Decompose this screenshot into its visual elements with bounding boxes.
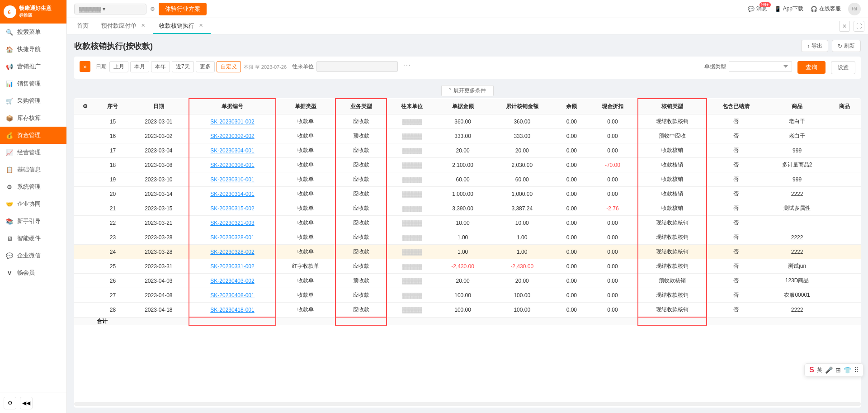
cell-voucher-no[interactable]: SK-20230403-002	[189, 274, 276, 288]
cell-voucher-type: 收款单	[276, 245, 335, 259]
voucher-link[interactable]: SK-20230304-001	[210, 147, 254, 154]
cell-voucher-no[interactable]: SK-20230310-001	[189, 172, 276, 187]
filter-date-7days[interactable]: 近7天	[172, 61, 194, 72]
svg-text:6: 6	[8, 9, 11, 15]
sidebar-item-label: 企业协同	[17, 200, 41, 208]
table-wrap[interactable]: ⚙ 序号 日期 单据编号 单据类型 业务类型 往来单位 单据金额 累计核销金额 …	[74, 98, 861, 400]
cell-discount: 0.00	[588, 114, 638, 129]
filter-date-this-year[interactable]: 本年	[151, 61, 170, 72]
sidebar-settings-btn[interactable]: ⚙	[4, 397, 16, 409]
cell-voucher-no[interactable]: SK-20230301-002	[189, 114, 276, 129]
tab-prepay[interactable]: 预付款应付单 ✕	[95, 18, 153, 34]
voucher-link[interactable]: SK-20230315-002	[210, 205, 254, 212]
sidebar-item-guide[interactable]: 📚 新手引导	[0, 213, 66, 230]
voucher-link[interactable]: SK-20230308-001	[210, 162, 254, 168]
sidebar-item-wechat[interactable]: 💬 企业微信	[0, 247, 66, 264]
cell-discount: 0.00	[588, 216, 638, 230]
sidebar-item-label: 销售管理	[17, 80, 41, 88]
filter-toggle-btn[interactable]: »	[80, 61, 90, 72]
sidebar-logo: 6 畅康通好生意 标推版	[0, 0, 66, 24]
voucher-link[interactable]: SK-20230314-001	[210, 191, 254, 197]
cell-voucher-no[interactable]: SK-20230328-001	[189, 230, 276, 245]
sidebar-item-system[interactable]: ⚙ 系统管理	[0, 178, 66, 195]
cell-no: 23	[97, 230, 129, 245]
cell-voucher-no[interactable]: SK-20230308-001	[189, 158, 276, 172]
cell-voucher-no[interactable]: SK-20230302-002	[189, 129, 276, 143]
cell-goods: 2222	[765, 303, 829, 318]
tab-home[interactable]: 首页	[71, 18, 95, 34]
voucher-link[interactable]: SK-20230328-002	[210, 249, 254, 255]
topbar-settings-icon[interactable]: ⚙	[150, 6, 155, 12]
voucher-link[interactable]: SK-20230418-001	[210, 307, 254, 313]
tab-fullscreen-btn[interactable]: ⛶	[854, 21, 864, 32]
voucher-link[interactable]: SK-20230310-001	[210, 176, 254, 183]
cell-goods: 老白干	[765, 114, 829, 129]
table-scroll-bar[interactable]	[74, 402, 861, 406]
sidebar-item-member[interactable]: V 畅会员	[0, 264, 66, 281]
voucher-link[interactable]: SK-20230321-003	[210, 220, 254, 226]
refresh-button[interactable]: ↻ 刷新	[832, 40, 861, 52]
export-button[interactable]: ↑ 导出	[801, 40, 828, 52]
cell-voucher-no[interactable]: SK-20230418-001	[189, 303, 276, 318]
tab-prepay-close[interactable]: ✕	[139, 22, 146, 29]
voucher-link[interactable]: SK-20230302-002	[210, 133, 254, 139]
sidebar-item-operation[interactable]: 📈 经营管理	[0, 144, 66, 161]
message-button[interactable]: 💬 消息 99+	[748, 5, 767, 13]
purchase-icon: 🛒	[5, 97, 14, 105]
sidebar-item-inventory[interactable]: 📦 库存核算	[0, 109, 66, 127]
cell-voucher-no[interactable]: SK-20230408-001	[189, 288, 276, 303]
voucher-link[interactable]: SK-20230328-001	[210, 234, 254, 241]
cell-voucher-no[interactable]: SK-20230321-003	[189, 216, 276, 230]
avatar[interactable]: Rit	[848, 3, 861, 15]
filter-date-custom[interactable]: 自定义	[217, 61, 241, 72]
sidebar-item-search[interactable]: 🔍 搜索菜单	[0, 24, 66, 41]
data-table: ⚙ 序号 日期 单据编号 单据类型 业务类型 往来单位 单据金额 累计核销金额 …	[74, 98, 861, 326]
s-icon: S	[809, 366, 814, 374]
cell-write-off: 333.00	[489, 129, 556, 143]
cell-write-off-type: 现结收款核销	[638, 114, 707, 129]
sidebar-item-sales[interactable]: 📊 销售管理	[0, 75, 66, 92]
filter-date-more[interactable]: 更多	[196, 61, 215, 72]
basic-icon: 📋	[5, 166, 14, 174]
voucher-link[interactable]: SK-20230301-002	[210, 119, 254, 125]
col-gear[interactable]: ⚙	[74, 99, 97, 114]
hardware-icon: 🖥	[5, 234, 14, 242]
sidebar-item-finance[interactable]: 💰 资金管理	[0, 127, 66, 144]
voucher-link[interactable]: SK-20230403-002	[210, 278, 254, 284]
cell-voucher-no[interactable]: SK-20230328-002	[189, 245, 276, 259]
cell-voucher-no[interactable]: SK-20230304-001	[189, 143, 276, 158]
query-button[interactable]: 查询	[797, 61, 826, 74]
cell-voucher-no[interactable]: SK-20230314-001	[189, 187, 276, 201]
cell-write-off: -2,430.00	[489, 259, 556, 274]
settings-button[interactable]: 设置	[831, 61, 855, 74]
cell-voucher-no[interactable]: SK-20230331-002	[189, 259, 276, 274]
tab-receipt-close[interactable]: ✕	[197, 22, 204, 29]
solution-button[interactable]: 体验行业方案	[159, 3, 207, 15]
voucher-link[interactable]: SK-20230331-002	[210, 263, 254, 270]
sidebar-item-marketing[interactable]: 📢 营销推广	[0, 58, 66, 75]
sidebar-item-label: 采购管理	[17, 97, 41, 105]
sidebar-item-nav[interactable]: 🏠 快捷导航	[0, 41, 66, 58]
filter-partner-input[interactable]	[316, 61, 398, 72]
cell-date: 2023-04-18	[129, 303, 189, 318]
filter-voucher-select[interactable]	[729, 61, 792, 72]
tab-close-all-btn[interactable]: ✕	[839, 21, 850, 32]
expand-conditions-btn[interactable]: ˅ 展开更多条件	[441, 85, 494, 96]
sidebar-item-hardware[interactable]: 🖥 智能硬件	[0, 230, 66, 247]
cell-voucher-no[interactable]: SK-20230315-002	[189, 201, 276, 216]
voucher-link[interactable]: SK-20230408-001	[210, 292, 254, 299]
tab-receipt[interactable]: 收款核销执行 ✕	[153, 18, 211, 34]
sidebar-item-basic[interactable]: 📋 基础信息	[0, 161, 66, 178]
company-selector[interactable]: ▓▓▓▓▓▓ ▾	[74, 4, 146, 14]
filter-date-last-month[interactable]: 上月	[109, 61, 128, 72]
app-download-button[interactable]: 📱 App下载	[774, 5, 803, 13]
sidebar-item-purchase[interactable]: 🛒 采购管理	[0, 92, 66, 109]
col-voucher-no: 单据编号	[189, 99, 276, 114]
filter-date-this-month[interactable]: 本月	[130, 61, 149, 72]
cell-goods2	[829, 143, 861, 158]
sidebar-collapse-btn[interactable]: ◀◀	[20, 397, 33, 409]
sidebar-item-corp[interactable]: 🤝 企业协同	[0, 195, 66, 213]
cell-amount: 360.00	[437, 114, 489, 129]
online-service-button[interactable]: 🎧 在线客服	[811, 5, 841, 13]
cell-date: 2023-03-14	[129, 187, 189, 201]
